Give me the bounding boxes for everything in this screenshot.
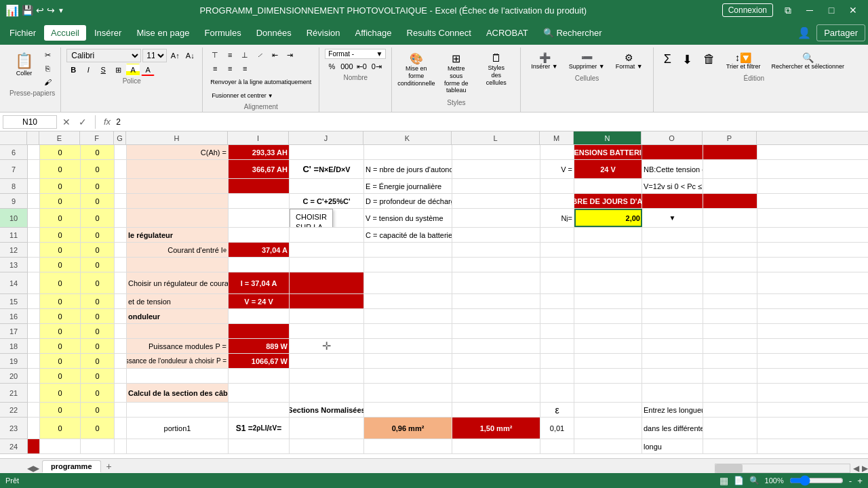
cell-E7[interactable]: 0 — [40, 160, 81, 178]
col-header-K[interactable]: K — [363, 131, 452, 144]
cell-L10[interactable] — [452, 209, 540, 227]
connection-button[interactable]: Connexion — [722, 3, 773, 17]
cell-N16[interactable] — [574, 309, 642, 323]
cell-M17[interactable] — [540, 324, 574, 338]
zoom-out-btn[interactable]: - — [849, 476, 852, 486]
cell-H8[interactable] — [127, 179, 229, 193]
partager-btn[interactable]: Partager — [816, 24, 865, 41]
cell-J11[interactable] — [290, 228, 364, 242]
cell-M6[interactable] — [540, 145, 574, 159]
cell-N24[interactable] — [574, 439, 642, 453]
cell-F22[interactable]: 0 — [81, 403, 115, 417]
save-icon[interactable]: 💾 — [22, 5, 33, 16]
cell-M12[interactable] — [540, 243, 574, 257]
page-break-btn[interactable]: 🔍 — [749, 476, 760, 485]
cell-G21[interactable] — [115, 384, 127, 402]
table-format-btn[interactable]: ⊞ Mettre sous forme de tableau — [437, 49, 475, 98]
cell-J21[interactable] — [290, 384, 364, 402]
center-btn[interactable]: ≡ — [223, 62, 237, 75]
cell-J13[interactable] — [290, 258, 364, 272]
cell-L13[interactable] — [452, 258, 540, 272]
cell-K22[interactable] — [364, 403, 452, 417]
cell-H24[interactable] — [127, 439, 229, 453]
menu-affichage[interactable]: Affichage — [349, 25, 399, 41]
zoom-in-btn[interactable]: + — [857, 476, 863, 486]
menu-fichier[interactable]: Fichier — [3, 25, 43, 41]
row-header-9[interactable]: 9 — [0, 194, 27, 209]
cell-N21[interactable] — [574, 384, 642, 402]
italic-btn[interactable]: I — [81, 64, 95, 76]
cell-M16[interactable] — [540, 309, 574, 323]
cell-I24[interactable] — [229, 439, 290, 453]
cell-I19[interactable]: 1066,67 W — [229, 354, 290, 368]
cell-P19[interactable] — [703, 354, 757, 368]
cell-P14[interactable] — [703, 272, 757, 293]
cell-L12[interactable] — [452, 243, 540, 257]
cell-styles-btn[interactable]: 🗒 Styles des cellules — [477, 49, 515, 98]
page-layout-btn[interactable]: 📄 — [734, 476, 744, 485]
close-btn[interactable]: ✕ — [844, 3, 863, 17]
search-btn[interactable]: 🔍 Rechercher et sélectionner — [766, 49, 849, 73]
cell-K14[interactable] — [364, 272, 452, 293]
cell-I13[interactable] — [229, 258, 290, 272]
cell-P15[interactable] — [703, 294, 757, 308]
cell-M7[interactable]: V = — [540, 160, 574, 178]
cell-F11[interactable]: 0 — [81, 228, 115, 242]
cell-M22[interactable]: ε — [540, 403, 574, 417]
cell-I11[interactable] — [229, 228, 290, 242]
cell-F16[interactable]: 0 — [81, 309, 115, 323]
cell-K24[interactable] — [364, 439, 452, 453]
col-header-G[interactable]: G — [114, 131, 126, 144]
cell-K21[interactable] — [364, 384, 452, 402]
scroll-left-btn[interactable]: ◀ — [853, 464, 859, 473]
align-middle-btn[interactable]: ≡ — [223, 49, 237, 61]
cell-I12[interactable]: 37,04 A — [229, 243, 290, 257]
cell-J14[interactable] — [290, 272, 364, 293]
cell-P12[interactable] — [703, 243, 757, 257]
coller-btn[interactable]: 📋 Coller — [10, 49, 38, 80]
cell-L7[interactable] — [452, 160, 540, 178]
cell-K6[interactable] — [364, 145, 452, 159]
cell-G7[interactable] — [115, 160, 127, 178]
cell-M9[interactable] — [540, 194, 574, 208]
cell-row6-extra[interactable] — [28, 145, 40, 159]
cell-H23[interactable]: portion1 — [127, 418, 229, 439]
row-header-6[interactable]: 6 — [0, 145, 27, 160]
cell-I10[interactable] — [229, 209, 290, 227]
cell-F19[interactable]: 0 — [81, 354, 115, 368]
cell-G14[interactable] — [115, 272, 127, 293]
cell-E9[interactable]: 0 — [40, 194, 81, 208]
cell-O15[interactable] — [642, 294, 703, 308]
cell-E11[interactable]: 0 — [40, 228, 81, 242]
cell-row16-extra[interactable] — [28, 309, 40, 323]
delete-btn[interactable]: ➖ Supprimer ▼ — [564, 49, 610, 73]
cell-H9[interactable] — [127, 194, 229, 208]
cell-J8[interactable] — [290, 179, 364, 193]
font-size-select[interactable]: 11 — [142, 49, 167, 62]
col-header-O[interactable]: O — [642, 131, 703, 144]
cell-G6[interactable] — [115, 145, 127, 159]
cell-H6[interactable]: C(Ah) = — [127, 145, 229, 159]
cell-O19[interactable] — [642, 354, 703, 368]
cell-N7[interactable]: 24 V — [574, 160, 642, 178]
cell-G13[interactable] — [115, 258, 127, 272]
cell-row21-extra[interactable] — [28, 384, 40, 402]
cell-G24[interactable] — [115, 439, 127, 453]
cell-row19-extra[interactable] — [28, 354, 40, 368]
col-header-M[interactable]: M — [540, 131, 574, 144]
cell-H11[interactable]: le régulateur — [127, 228, 229, 242]
cell-H7[interactable] — [127, 160, 229, 178]
cell-F6[interactable]: 0 — [81, 145, 115, 159]
cell-L11[interactable] — [452, 228, 540, 242]
fill-btn[interactable]: ⬇ — [677, 49, 697, 73]
cell-P21[interactable] — [703, 384, 757, 402]
row-header-17[interactable]: 17 — [0, 324, 27, 339]
menu-accueil[interactable]: Accueil — [44, 25, 86, 41]
cell-F8[interactable]: 0 — [81, 179, 115, 193]
cell-H17[interactable] — [127, 324, 229, 338]
cell-P10[interactable] — [703, 209, 757, 227]
cell-H21[interactable]: Calcul de la section des câbles — [127, 384, 229, 402]
cell-J7[interactable]: C' = N×E/D×V — [290, 160, 364, 178]
cell-E19[interactable]: 0 — [40, 354, 81, 368]
cell-E14[interactable]: 0 — [40, 272, 81, 293]
